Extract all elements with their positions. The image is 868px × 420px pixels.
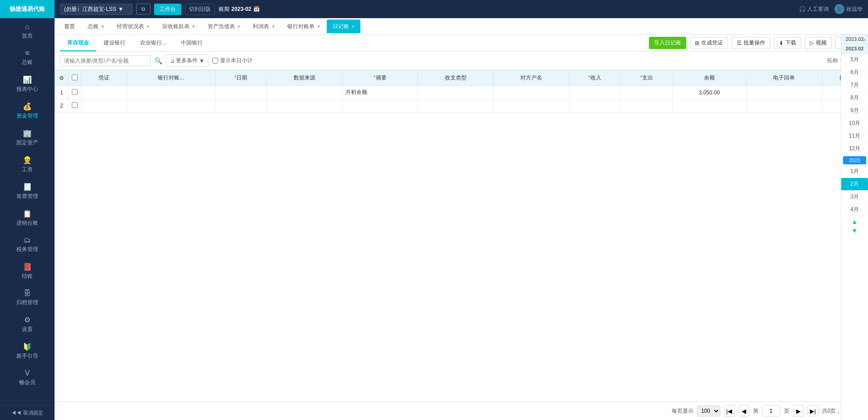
tab-close-icon[interactable]: × bbox=[272, 24, 274, 29]
search-icon[interactable]: 🔍 bbox=[155, 57, 162, 64]
prev-page-button[interactable]: ◀ bbox=[738, 405, 749, 416]
copy-button[interactable]: ⧉ bbox=[136, 4, 150, 15]
sidebar-item-invoice[interactable]: 🧾 发票管理 bbox=[0, 178, 55, 205]
row-income bbox=[569, 99, 621, 113]
sidebar-item-home[interactable]: ⌂ 首页 bbox=[0, 18, 55, 44]
next-page-button[interactable]: ▶ bbox=[793, 405, 804, 416]
settings-icon: ⚙ bbox=[24, 316, 30, 324]
date-month-5[interactable]: 5月 bbox=[841, 54, 868, 66]
more-conditions-button[interactable]: ⊿ 更多条件 ▼ bbox=[166, 54, 209, 67]
table-row: 2 bbox=[55, 99, 868, 113]
date-month-3[interactable]: 3月 bbox=[841, 191, 868, 203]
sidebar-item-label: 税务管理 bbox=[16, 246, 38, 253]
sub-tab-cash[interactable]: 库存现金 bbox=[60, 35, 96, 51]
tab-close-icon[interactable]: × bbox=[192, 24, 195, 29]
sidebar-item-label: 畅会员 bbox=[19, 379, 35, 386]
daily-subtotal-checkbox[interactable] bbox=[212, 58, 218, 64]
row-checkbox[interactable] bbox=[69, 86, 81, 99]
date-month-8[interactable]: 8月 bbox=[841, 92, 868, 104]
row-date bbox=[215, 99, 267, 113]
search-input[interactable] bbox=[60, 55, 151, 66]
date-month-11[interactable]: 11月 bbox=[841, 130, 868, 143]
first-page-button[interactable]: |◀ bbox=[724, 405, 735, 416]
row-expenditure bbox=[621, 86, 673, 99]
sub-tab-ccb[interactable]: 建设银行 bbox=[96, 35, 133, 51]
date-month-6[interactable]: 6月 bbox=[841, 66, 868, 79]
video-button[interactable]: ▷ 视频 bbox=[805, 37, 832, 49]
date-scroll-up-button[interactable]: ▲ bbox=[852, 218, 858, 225]
workbench-button[interactable]: 工作台 bbox=[154, 4, 181, 15]
date-month-10[interactable]: 10月 bbox=[841, 117, 868, 130]
page-input[interactable] bbox=[762, 405, 780, 416]
tab-operations[interactable]: 经营状况表 × bbox=[111, 20, 155, 33]
tab-balance[interactable]: 资产负债表 × bbox=[202, 20, 246, 33]
generate-voucher-button[interactable]: ⊞ 生成凭证 bbox=[690, 37, 728, 49]
sidebar-item-reports[interactable]: 📊 报表中心 bbox=[0, 71, 55, 98]
sidebar-item-salary[interactable]: 👷 工资 bbox=[0, 151, 55, 178]
sidebar-item-tax[interactable]: 🗂 税务管理 bbox=[0, 232, 55, 258]
sidebar-item-archive[interactable]: 🗄 归档管理 bbox=[0, 285, 55, 311]
sidebar-item-close[interactable]: 📕 结账 bbox=[0, 258, 55, 285]
row-counterpart bbox=[494, 99, 569, 113]
sidebar-item-ledger[interactable]: ≡ 总账 bbox=[0, 44, 55, 71]
sidebar-item-vip[interactable]: V 畅会员 bbox=[0, 365, 55, 391]
date-scroll-down-button[interactable]: ▼ bbox=[852, 227, 858, 234]
row-summary: 月初余额 bbox=[342, 86, 418, 99]
daily-subtotal-checkbox-label[interactable]: 显示本日小计 bbox=[212, 57, 253, 64]
sub-tab-abc[interactable]: 农业银行... bbox=[133, 35, 174, 51]
tab-bankstatement[interactable]: 银行对账单 × bbox=[281, 20, 326, 33]
row-select-checkbox[interactable] bbox=[72, 102, 78, 108]
sidebar-item-label: 总账 bbox=[22, 59, 33, 66]
row-checkbox[interactable] bbox=[69, 99, 81, 113]
tab-ledger[interactable]: 总账 × bbox=[82, 20, 110, 33]
sidebar-item-settings[interactable]: ⚙ 设置 bbox=[0, 311, 55, 338]
select-all-checkbox[interactable] bbox=[72, 74, 78, 80]
switch-old-button[interactable]: 切到旧版 bbox=[185, 4, 215, 15]
col-settings[interactable]: ⚙ bbox=[55, 70, 69, 86]
date-month-7[interactable]: 7月 bbox=[841, 79, 868, 92]
tab-receivables[interactable]: 应收账款表 × bbox=[156, 20, 201, 33]
ledger-icon: ≡ bbox=[25, 49, 29, 57]
tab-close-icon[interactable]: × bbox=[238, 24, 240, 29]
row-data-source bbox=[267, 99, 342, 113]
sidebar-item-fixedasset[interactable]: 🏢 固定资产 bbox=[0, 124, 55, 151]
sidebar-item-guide[interactable]: 🔰 新手引导 bbox=[0, 338, 55, 365]
last-page-button[interactable]: ▶| bbox=[808, 405, 818, 416]
tab-close-icon[interactable]: × bbox=[317, 24, 320, 29]
sidebar-item-salespurchase[interactable]: 📋 进销台账 bbox=[0, 205, 55, 232]
sidebar-item-cashmanage[interactable]: 💰 资金管理 bbox=[0, 98, 55, 124]
batch-operation-button[interactable]: ☰ 批量操作 bbox=[732, 37, 770, 49]
company-selector[interactable]: (勿册）江西超宝-LSS ▼ bbox=[60, 4, 133, 15]
row-select-checkbox[interactable] bbox=[72, 89, 78, 95]
sub-tab-label: 中国银行 bbox=[181, 40, 203, 46]
date-month-1[interactable]: 1月 bbox=[841, 165, 868, 178]
tab-profit[interactable]: 利润表 × bbox=[247, 20, 280, 33]
tab-close-icon[interactable]: × bbox=[147, 24, 150, 29]
row-counterpart bbox=[494, 86, 569, 99]
row-payment-type bbox=[418, 86, 493, 99]
support-label[interactable]: 🎧 人工客询 bbox=[799, 5, 829, 13]
download-button[interactable]: ⬇ 下载 bbox=[774, 37, 801, 49]
row-data-source bbox=[267, 86, 342, 99]
row-expenditure bbox=[621, 99, 673, 113]
collapse-sidebar[interactable]: ◀◀ 取消固定 bbox=[0, 405, 55, 420]
date-month-4[interactable]: 4月 bbox=[841, 203, 868, 216]
date-month-2[interactable]: 2月 bbox=[841, 178, 868, 191]
asset-icon: 🏢 bbox=[23, 129, 32, 138]
per-page-label: 每页显示 bbox=[672, 407, 693, 415]
per-page-select[interactable]: 10 20 50 100 bbox=[697, 405, 720, 416]
tab-close-icon[interactable]: × bbox=[352, 24, 354, 29]
tab-close-icon[interactable]: × bbox=[101, 24, 104, 29]
date-month-12[interactable]: 12月 bbox=[841, 143, 868, 155]
period-calendar-icon[interactable]: 📅 bbox=[253, 6, 260, 12]
date-month-9[interactable]: 9月 bbox=[841, 104, 868, 117]
invoice-icon: 🧾 bbox=[23, 183, 32, 191]
col-checkbox[interactable] bbox=[69, 70, 81, 86]
tab-home[interactable]: 首页 bbox=[58, 20, 81, 33]
tab-journal[interactable]: 日记账 × bbox=[327, 20, 360, 33]
chevron-down-icon: ▼ bbox=[199, 58, 205, 64]
close-date-panel-button[interactable]: × bbox=[863, 36, 866, 44]
sub-tab-boc[interactable]: 中国银行 bbox=[174, 35, 210, 51]
user-menu[interactable]: 👤 徐温华 bbox=[834, 4, 863, 14]
import-journal-button[interactable]: 导入日记账 bbox=[649, 37, 686, 49]
